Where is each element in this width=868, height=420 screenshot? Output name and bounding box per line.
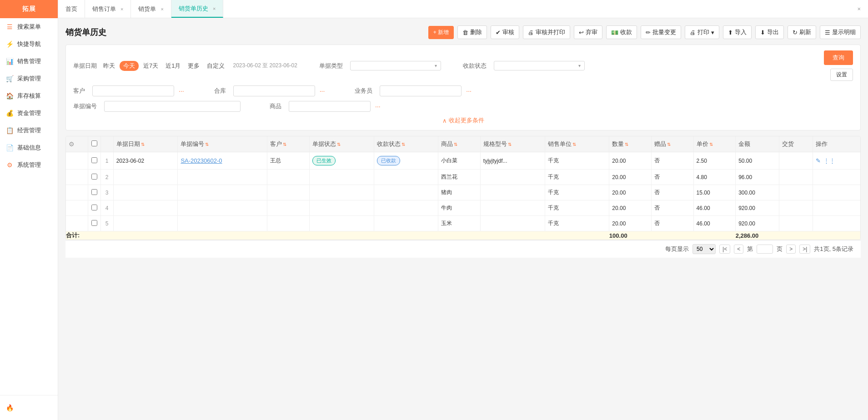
row-checkbox-cell[interactable] bbox=[88, 152, 100, 170]
row-checkbox-cell[interactable] bbox=[88, 200, 100, 216]
staff-dots-btn[interactable]: ··· bbox=[465, 87, 472, 95]
tab-home[interactable]: 首页 bbox=[58, 0, 85, 18]
row-checkbox[interactable] bbox=[91, 157, 97, 163]
col-unit-price[interactable]: 单价⇅ bbox=[693, 136, 736, 152]
window-close-btn[interactable]: × bbox=[857, 5, 861, 12]
tab-sales-goods-close[interactable]: × bbox=[161, 6, 163, 12]
row-doc-no[interactable] bbox=[178, 200, 267, 216]
collapse-btn[interactable]: ∧ 收起更多条件 bbox=[442, 116, 484, 125]
sidebar-item-sys-admin[interactable]: ⚙ 系统管理 bbox=[0, 156, 58, 174]
settings-button[interactable]: 设置 bbox=[830, 69, 853, 81]
refresh-button[interactable]: ↻ 刷新 bbox=[788, 25, 816, 39]
sidebar-item-quick-nav[interactable]: ⚡ 快捷导航 bbox=[0, 35, 58, 53]
sidebar-item-finance[interactable]: 💰 资金管理 bbox=[0, 105, 58, 122]
tab-sales-history-close[interactable]: × bbox=[213, 6, 216, 11]
show-detail-button[interactable]: ☰ 显示明细 bbox=[820, 25, 861, 39]
sales-icon: 📊 bbox=[5, 57, 14, 65]
col-gear[interactable]: ⚙ bbox=[66, 136, 88, 152]
col-doc-status[interactable]: 单据状态⇅ bbox=[309, 136, 374, 152]
date-1month-btn[interactable]: 近1月 bbox=[163, 61, 183, 71]
filter-collect-status: 收款状态 ▾ bbox=[463, 61, 585, 70]
date-7days-btn[interactable]: 近7天 bbox=[140, 61, 161, 71]
row-doc-no[interactable] bbox=[178, 185, 267, 200]
approve-button[interactable]: ✔ 审核 bbox=[491, 25, 519, 39]
collect-button[interactable]: 💵 收款 bbox=[606, 25, 637, 39]
sidebar-item-inventory[interactable]: 🏠 库存核算 bbox=[0, 87, 58, 105]
staff-input[interactable] bbox=[380, 85, 462, 96]
sidebar-item-label: 搜索菜单 bbox=[17, 23, 41, 31]
date-today-btn[interactable]: 今天 bbox=[120, 61, 139, 71]
row-checkbox-cell[interactable] bbox=[88, 170, 100, 185]
more-action-icon[interactable]: ⋮⋮ bbox=[823, 157, 835, 164]
row-doc-no[interactable] bbox=[178, 216, 267, 231]
col-qty[interactable]: 数量⇅ bbox=[609, 136, 652, 152]
table-row: 4 牛肉 千克 20.00 否 46.00 920.00 bbox=[66, 200, 860, 216]
warehouse-label: 合库 bbox=[214, 87, 226, 95]
col-spec-label: 规格型号 bbox=[483, 140, 507, 147]
row-doc-no[interactable]: SA-20230602-0 bbox=[178, 152, 267, 170]
sidebar-fire-btn[interactable]: 🔥 bbox=[0, 399, 58, 416]
doc-no-link[interactable]: SA-20230602-0 bbox=[181, 157, 222, 164]
print-button[interactable]: 🖨 打印 ▾ bbox=[685, 25, 719, 39]
page-input[interactable]: 1 bbox=[757, 245, 773, 254]
doc-no-input[interactable] bbox=[104, 101, 241, 112]
last-page-btn[interactable]: >| bbox=[799, 245, 810, 254]
batch-change-button[interactable]: ✏ 批量变更 bbox=[641, 25, 681, 39]
row-checkbox[interactable] bbox=[91, 174, 97, 180]
import-icon: ⬆ bbox=[728, 29, 733, 36]
tab-sales-order[interactable]: 销售订单 × bbox=[85, 0, 131, 18]
sidebar-item-basic-info[interactable]: 📄 基础信息 bbox=[0, 139, 58, 156]
date-custom-btn[interactable]: 自定义 bbox=[204, 61, 227, 71]
date-yesterday-btn[interactable]: 昨天 bbox=[100, 61, 118, 71]
warehouse-input[interactable] bbox=[233, 85, 315, 96]
col-doc-no[interactable]: 单据编号⇅ bbox=[178, 136, 267, 152]
col-customer[interactable]: 客户⇅ bbox=[267, 136, 310, 152]
col-unit[interactable]: 销售单位⇅ bbox=[545, 136, 609, 152]
collect-status-select[interactable]: ▾ bbox=[494, 61, 585, 70]
col-spec[interactable]: 规格型号⇅ bbox=[480, 136, 545, 152]
delete-button[interactable]: 🗑 删除 bbox=[457, 25, 487, 39]
sidebar-item-sales-mgmt[interactable]: 📊 销售管理 bbox=[0, 53, 58, 70]
abandon-button[interactable]: ↩ 弃审 bbox=[574, 25, 602, 39]
sidebar-item-operations[interactable]: 📋 经营管理 bbox=[0, 122, 58, 139]
col-doc-date[interactable]: 单据日期⇅ bbox=[113, 136, 178, 152]
warehouse-dots-btn[interactable]: ··· bbox=[319, 87, 326, 95]
row-checkbox[interactable] bbox=[91, 205, 97, 210]
col-goods[interactable]: 商品⇅ bbox=[438, 136, 481, 152]
query-button[interactable]: 查询 bbox=[824, 50, 853, 65]
row-transaction bbox=[779, 216, 813, 231]
row-checkbox[interactable] bbox=[91, 189, 97, 195]
customer-dots-btn[interactable]: ··· bbox=[178, 87, 185, 95]
col-gift[interactable]: 赠品⇅ bbox=[651, 136, 693, 152]
goods-input[interactable] bbox=[289, 101, 371, 112]
col-collect-status[interactable]: 收款状态⇅ bbox=[374, 136, 438, 152]
select-all-checkbox[interactable] bbox=[91, 140, 97, 146]
sidebar-item-search-menu[interactable]: ☰ 搜索菜单 bbox=[0, 18, 58, 35]
approve-print-button[interactable]: 🖨 审核并打印 bbox=[523, 25, 570, 39]
tab-sales-goods[interactable]: 销货单 × bbox=[131, 0, 171, 18]
row-doc-no[interactable] bbox=[178, 170, 267, 185]
row-checkbox-cell[interactable] bbox=[88, 216, 100, 231]
total-row: 合计: 100.00 2,286.00 bbox=[66, 231, 860, 240]
row-checkbox-cell[interactable] bbox=[88, 185, 100, 200]
sidebar-item-purchase-mgmt[interactable]: 🛒 采购管理 bbox=[0, 70, 58, 87]
new-button[interactable]: + 新增 bbox=[428, 26, 454, 39]
next-page-btn[interactable]: > bbox=[786, 245, 796, 254]
prev-page-btn[interactable]: < bbox=[734, 245, 743, 254]
tab-sales-goods-label: 销货单 bbox=[138, 5, 156, 13]
doc-type-select[interactable]: ▾ bbox=[350, 61, 441, 70]
first-page-btn[interactable]: |< bbox=[719, 245, 730, 254]
export-button[interactable]: ⬇ 导出 bbox=[755, 25, 784, 39]
goods-dots-btn[interactable]: ··· bbox=[374, 103, 381, 110]
tab-bar: 首页 销售订单 × 销货单 × 销货单历史 × × bbox=[58, 0, 868, 18]
row-checkbox[interactable] bbox=[91, 220, 97, 226]
page-size-select[interactable]: 50 100 200 bbox=[692, 244, 716, 254]
tab-sales-order-close[interactable]: × bbox=[120, 6, 123, 12]
edit-action-icon[interactable]: ✎ bbox=[816, 157, 821, 164]
import-button[interactable]: ⬆ 导入 bbox=[723, 25, 752, 39]
date-more-btn[interactable]: 更多 bbox=[185, 61, 202, 71]
row-num-cell: 1 bbox=[100, 152, 113, 170]
customer-input[interactable] bbox=[92, 85, 174, 96]
gear-icon[interactable]: ⚙ bbox=[69, 140, 75, 148]
tab-sales-history[interactable]: 销货单历史 × bbox=[171, 0, 223, 18]
